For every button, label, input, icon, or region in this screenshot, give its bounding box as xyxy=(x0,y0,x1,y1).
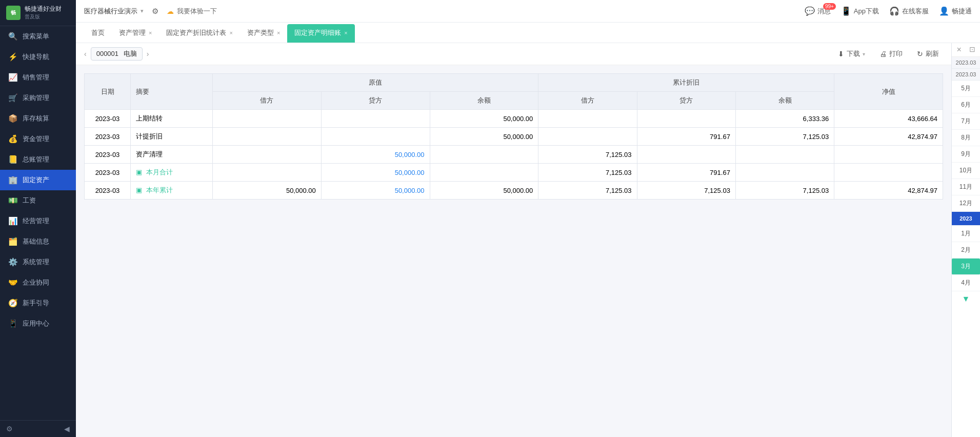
sidebar-item-payroll[interactable]: 💵 工资 xyxy=(0,190,76,211)
user-icon: 👤 xyxy=(939,6,949,16)
tab-close-assetmgmt[interactable]: × xyxy=(149,30,152,36)
topbar-message[interactable]: 💬 消息 99+ xyxy=(805,6,831,16)
print-btn[interactable]: 🖨 打印 xyxy=(875,47,907,61)
date-month-5月[interactable]: 5月 xyxy=(952,81,980,97)
cell-summary: 上期结转 xyxy=(131,110,213,128)
tab-label-asset-type: 资产类型 xyxy=(247,28,274,37)
main-area: 医疗器械行业演示 ▾ ⚙ ☁ 我要体验一下 💬 消息 99+ 📱 App下载 🎧… xyxy=(76,0,980,437)
tab-close-depr-stat[interactable]: × xyxy=(229,30,232,36)
cell-date: 2023-03 xyxy=(85,164,131,182)
module-arrow-icon: ▾ xyxy=(141,8,144,14)
sidebar-label-capital: 资金管理 xyxy=(23,134,49,144)
cell-net-value: 42,874.97 xyxy=(834,182,943,200)
cell-accum-debit: 7,125.03 xyxy=(538,164,637,182)
download-btn[interactable]: ⬇ 下载 ▾ xyxy=(834,47,869,61)
sidebar-item-collab[interactable]: 🤝 企业协同 xyxy=(0,272,76,293)
cell-net-value: 42,874.97 xyxy=(834,128,943,146)
date-month-2023-4月[interactable]: 4月 xyxy=(952,275,980,291)
page-content: ‹ 000001 电脑 › ⬇ 下载 ▾ 🖨 打印 xyxy=(76,43,951,437)
settings-icon[interactable]: ⚙ xyxy=(6,425,13,433)
tab-depr-stat[interactable]: 固定资产折旧统计表× xyxy=(159,24,239,43)
sidebar-item-bizmanage[interactable]: 📊 经营管理 xyxy=(0,211,76,231)
sidebar-label-inventory: 库存核算 xyxy=(23,114,49,123)
tab-home[interactable]: 首页 xyxy=(84,24,112,43)
tab-assetmgmt[interactable]: 资产管理× xyxy=(112,24,159,43)
date-panel-close-icon[interactable]: × xyxy=(956,45,961,54)
nav-item-code: 000001 xyxy=(96,50,118,57)
cell-net-value: 43,666.64 xyxy=(834,110,943,128)
table-row: 2023-03 资产清理 50,000.00 7,125.03 xyxy=(85,146,943,164)
print-label: 打印 xyxy=(889,49,903,58)
app-icon: 📱 xyxy=(841,6,851,16)
cell-accum-debit xyxy=(538,110,637,128)
sidebar-item-purchase[interactable]: 🛒 采购管理 xyxy=(0,88,76,108)
sidebar-item-sales[interactable]: 📈 销售管理 xyxy=(0,67,76,88)
topbar-service[interactable]: 🎧 在线客服 xyxy=(889,6,929,16)
nav-row-right: ⬇ 下载 ▾ 🖨 打印 ↻ 刷新 xyxy=(834,47,943,61)
nav-next-icon[interactable]: › xyxy=(147,50,149,58)
date-month-2023-1月[interactable]: 1月 xyxy=(952,226,980,242)
date-panel-expand-icon[interactable]: ⊡ xyxy=(969,45,975,54)
th-summary: 摘要 xyxy=(131,74,213,110)
experience-btn[interactable]: ☁ 我要体验一下 xyxy=(167,7,217,16)
nav-item-name: 电脑 xyxy=(124,50,137,57)
sidebar-label-purchase: 采购管理 xyxy=(23,93,49,103)
sidebar-header: 畅 畅捷通好业财 普及版 xyxy=(0,0,76,26)
cell-date: 2023-03 xyxy=(85,182,131,200)
sidebar-item-fixedasset[interactable]: 🏢 固定资产 xyxy=(0,170,76,190)
table-row: 2023-03 ▣ 本月合计 50,000.00 7,125.03 791.67 xyxy=(85,164,943,182)
topbar-user[interactable]: 👤 畅捷通 xyxy=(939,6,972,16)
sidebar-item-baseinfo[interactable]: 🗂️ 基础信息 xyxy=(0,231,76,252)
tab-label-assetmgmt: 资产管理 xyxy=(119,28,146,37)
cell-summary: 资产清理 xyxy=(131,146,213,164)
sidebar-item-quicknav[interactable]: ⚡ 快捷导航 xyxy=(0,47,76,67)
cell-orig-credit: 50,000.00 xyxy=(321,182,430,200)
nav-row: ‹ 000001 电脑 › ⬇ 下载 ▾ 🖨 打印 xyxy=(76,43,951,65)
date-month-11月[interactable]: 11月 xyxy=(952,179,980,195)
cell-orig-debit xyxy=(213,110,322,128)
date-month-8月[interactable]: 8月 xyxy=(952,130,980,146)
date-month-2023-3月[interactable]: 3月 xyxy=(952,259,980,275)
module-selector[interactable]: 医疗器械行业演示 ▾ xyxy=(84,7,144,16)
nav-item-box[interactable]: 000001 电脑 xyxy=(91,47,143,61)
sidebar-item-search[interactable]: 🔍 搜索菜单 xyxy=(0,26,76,47)
date-month-9月[interactable]: 9月 xyxy=(952,146,980,163)
cell-accum-balance xyxy=(735,164,834,182)
date-year-marker-2023[interactable]: 2023 xyxy=(952,212,980,226)
th-orig-debit: 借方 xyxy=(213,92,322,110)
date-panel: × ⊡ 2023.03 2023.03 5月6月7月8月9月10月11月12月 … xyxy=(951,43,980,437)
date-month-12月[interactable]: 12月 xyxy=(952,195,980,212)
cell-accum-balance xyxy=(735,146,834,164)
date-panel-down-icon[interactable]: ▼ xyxy=(952,291,980,307)
collab-icon: 🤝 xyxy=(8,278,17,287)
topbar-app[interactable]: 📱 App下载 xyxy=(841,6,879,16)
topbar-right: 💬 消息 99+ 📱 App下载 🎧 在线客服 👤 畅捷通 xyxy=(805,6,972,16)
sales-icon: 📈 xyxy=(8,73,17,82)
tab-asset-type[interactable]: 资产类型× xyxy=(240,24,287,43)
refresh-btn[interactable]: ↻ 刷新 xyxy=(913,47,943,61)
tab-close-asset-type[interactable]: × xyxy=(277,30,280,36)
download-label: 下载 xyxy=(847,49,860,58)
collapse-sidebar-icon[interactable]: ◀ xyxy=(64,425,70,433)
sidebar-label-search: 搜索菜单 xyxy=(23,32,49,41)
sidebar-item-sysmanage[interactable]: ⚙️ 系统管理 xyxy=(0,252,76,272)
sidebar-item-appcenter[interactable]: 📱 应用中心 xyxy=(0,313,76,334)
sidebar-item-guide[interactable]: 🧭 新手引导 xyxy=(0,293,76,313)
nav-prev-icon[interactable]: ‹ xyxy=(84,50,87,58)
table-header-row-1: 日期 摘要 原值 累计折旧 净值 xyxy=(85,74,943,92)
date-month-6月[interactable]: 6月 xyxy=(952,97,980,113)
sidebar-item-gl[interactable]: 📒 总账管理 xyxy=(0,149,76,170)
gl-icon: 📒 xyxy=(8,155,17,164)
sidebar-item-capital[interactable]: 💰 资金管理 xyxy=(0,129,76,149)
tab-close-asset-detail[interactable]: × xyxy=(344,30,347,36)
module-settings-icon[interactable]: ⚙ xyxy=(150,5,161,18)
date-month-2023-2月[interactable]: 2月 xyxy=(952,242,980,259)
search-icon: 🔍 xyxy=(8,32,17,41)
cell-orig-credit xyxy=(321,110,430,128)
content-area: ‹ 000001 电脑 › ⬇ 下载 ▾ 🖨 打印 xyxy=(76,43,980,437)
date-month-10月[interactable]: 10月 xyxy=(952,163,980,179)
sidebar-item-inventory[interactable]: 📦 库存核算 xyxy=(0,108,76,129)
cell-accum-debit: 7,125.03 xyxy=(538,146,637,164)
tab-asset-detail[interactable]: 固定资产明细账× xyxy=(287,24,354,43)
date-month-7月[interactable]: 7月 xyxy=(952,113,980,130)
